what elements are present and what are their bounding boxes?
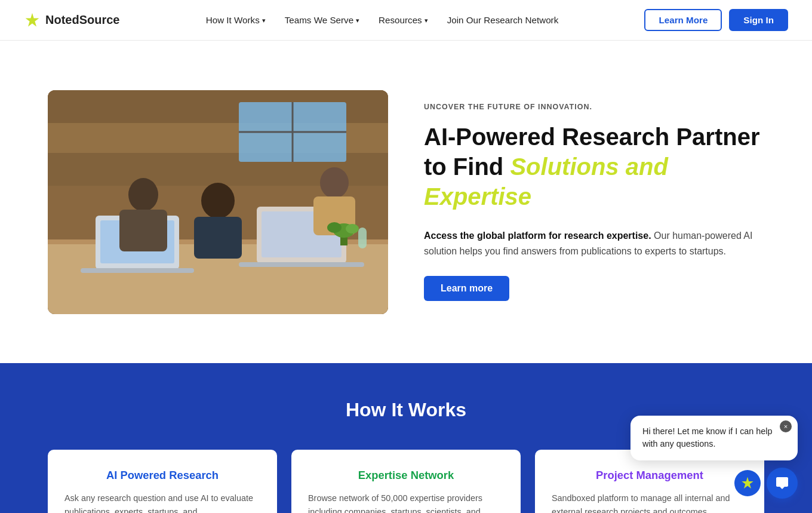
svg-rect-15 (239, 262, 364, 267)
svg-point-20 (320, 167, 349, 198)
chevron-down-icon: ▾ (262, 17, 266, 24)
svg-point-18 (201, 183, 235, 219)
hero-eyebrow: UNCOVER THE FUTURE OF INNOVATION. (424, 103, 764, 111)
nav-resources[interactable]: Resources ▾ (371, 10, 435, 30)
how-card-expertise-network: Expertise Network Browse network of 50,0… (291, 450, 521, 513)
svg-rect-17 (119, 210, 167, 251)
chat-close-button[interactable]: × (780, 420, 792, 432)
chat-message: Hi there! Let me know if I can help with… (642, 425, 786, 451)
logo-star-icon (26, 13, 39, 26)
chevron-down-icon: ▾ (356, 17, 359, 24)
nav-teams-we-serve[interactable]: Teams We Serve ▾ (278, 10, 367, 30)
how-card-expertise-title: Expertise Network (308, 469, 504, 482)
learn-more-button[interactable]: Learn More (644, 9, 722, 31)
chat-bubble: × Hi there! Let me know if I can help wi… (630, 416, 798, 460)
svg-rect-12 (81, 268, 194, 273)
chat-avatar-row (630, 468, 798, 499)
chat-star-icon (740, 476, 755, 490)
chat-icon (775, 476, 789, 490)
logo-link[interactable]: NotedSource (24, 12, 119, 29)
how-card-expertise-desc: Browse network of 50,000 expertise provi… (308, 492, 504, 513)
svg-rect-22 (358, 228, 367, 248)
sign-in-button[interactable]: Sign In (729, 9, 788, 31)
svg-point-26 (346, 224, 359, 234)
nav-join-network[interactable]: Join Our Research Network (440, 10, 566, 30)
how-card-ai-research-desc: Ask any research question and use AI to … (64, 492, 260, 513)
logo-text: NotedSource (45, 13, 119, 27)
chevron-down-icon: ▾ (425, 17, 428, 24)
hero-image (48, 90, 388, 314)
hero-title: AI-Powered Research Partner to Find Solu… (424, 122, 764, 211)
nav-actions: Learn More Sign In (644, 9, 788, 31)
nav-how-it-works[interactable]: How It Works ▾ (199, 10, 273, 30)
hero-content: UNCOVER THE FUTURE OF INNOVATION. AI-Pow… (424, 103, 764, 300)
hero-cta-button[interactable]: Learn more (424, 276, 509, 301)
svg-marker-27 (742, 477, 753, 489)
how-card-ai-research-title: AI Powered Research (64, 469, 260, 482)
how-card-ai-research: AI Powered Research Ask any research que… (48, 450, 277, 513)
hero-description: Access the global platform for research … (424, 228, 764, 259)
svg-point-16 (128, 178, 158, 211)
hero-section: UNCOVER THE FUTURE OF INNOVATION. AI-Pow… (0, 41, 812, 363)
svg-rect-19 (194, 217, 242, 259)
chat-open-button[interactable] (767, 468, 798, 499)
chat-avatar (734, 470, 761, 496)
svg-point-25 (327, 222, 342, 233)
chat-widget: × Hi there! Let me know if I can help wi… (630, 416, 798, 499)
hero-illustration (48, 90, 388, 314)
nav-links: How It Works ▾ Teams We Serve ▾ Resource… (199, 10, 566, 30)
navbar: NotedSource How It Works ▾ Teams We Serv… (0, 0, 812, 41)
